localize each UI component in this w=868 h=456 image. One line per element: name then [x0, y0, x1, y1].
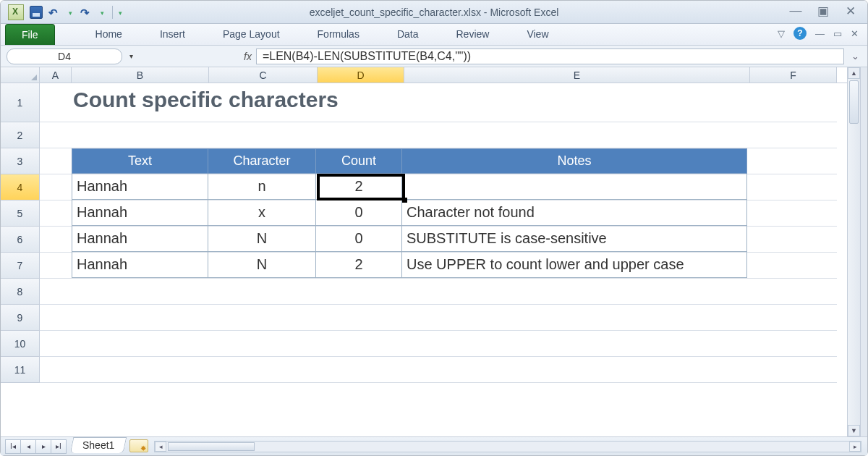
th-character[interactable]: Character [208, 149, 316, 174]
tab-data[interactable]: Data [378, 24, 438, 45]
worksheet-area: A B C D E F 1 2 3 4 5 6 7 8 9 10 [1, 67, 867, 436]
row-header-1[interactable]: 1 [1, 83, 40, 122]
formula-input[interactable] [256, 48, 844, 64]
table-row: Hannah n 2 [72, 174, 747, 200]
col-header-C[interactable]: C [209, 67, 318, 83]
row-header-11[interactable]: 11 [1, 357, 40, 383]
ribbon-tabs: File Home Insert Page Layout Formulas Da… [1, 24, 867, 46]
split-handle[interactable] [860, 67, 867, 436]
cell-char[interactable]: n [208, 174, 316, 200]
row-header-3[interactable]: 3 [1, 148, 40, 174]
close-icon[interactable]: ✕ [843, 4, 859, 17]
horizontal-scrollbar[interactable]: ◂ ▸ [154, 441, 861, 452]
cell-count[interactable]: 2 [316, 252, 402, 278]
grid[interactable]: A B C D E F 1 2 3 4 5 6 7 8 9 10 [1, 67, 847, 436]
window-title: exceljet_count_specific_character.xlsx -… [1, 7, 867, 18]
fx-icon[interactable]: fx [244, 51, 252, 62]
formula-bar-expand-icon[interactable]: ⌄ [848, 51, 861, 62]
scroll-right-icon[interactable]: ▸ [849, 442, 861, 452]
col-header-D[interactable]: D [318, 67, 404, 83]
workbook-restore-icon[interactable]: ▭ [833, 28, 842, 39]
cell-count[interactable]: 2 [316, 174, 402, 200]
title-bar: exceljet_count_specific_character.xlsx -… [1, 1, 867, 24]
name-box-value: D4 [58, 51, 71, 62]
cell-text[interactable]: Hannah [72, 252, 208, 278]
col-header-F[interactable]: F [750, 67, 837, 83]
status-bar: I◂ ◂ ▸ ▸I Sheet1 ◂ ▸ [1, 436, 867, 455]
vscroll-thumb[interactable] [849, 80, 859, 124]
scroll-up-icon[interactable]: ▲ [848, 67, 860, 79]
tab-page-layout[interactable]: Page Layout [204, 24, 299, 45]
workbook-close-icon[interactable]: ✕ [851, 28, 859, 39]
col-header-B[interactable]: B [72, 67, 209, 83]
tab-view[interactable]: View [508, 24, 567, 45]
th-count[interactable]: Count [316, 149, 402, 174]
window-controls: ― ▣ ✕ [788, 4, 859, 17]
undo-icon[interactable] [48, 7, 63, 18]
row-header-6[interactable]: 6 [1, 227, 40, 253]
sheet-last-icon[interactable]: ▸I [51, 439, 67, 454]
scroll-left-icon[interactable]: ◂ [155, 442, 166, 452]
table-row: Hannah N 2 Use UPPER to count lower and … [72, 252, 747, 278]
cell-notes[interactable]: Use UPPER to count lower and upper case [402, 252, 747, 278]
row-header-7[interactable]: 7 [1, 253, 40, 279]
cell-text[interactable]: Hannah [72, 226, 208, 252]
cell-notes[interactable] [402, 174, 747, 200]
cell-text[interactable]: Hannah [72, 174, 208, 200]
hscroll-thumb[interactable] [168, 442, 255, 451]
qat-customize-icon[interactable] [119, 7, 124, 18]
cell-notes[interactable]: SUBSTITUTE is case-sensitive [402, 226, 747, 252]
tab-formulas[interactable]: Formulas [299, 24, 378, 45]
excel-icon[interactable] [8, 4, 24, 20]
cell-count[interactable]: 0 [316, 226, 402, 252]
scroll-down-icon[interactable]: ▼ [848, 425, 860, 436]
tab-home[interactable]: Home [77, 24, 141, 45]
sheet-nav: I◂ ◂ ▸ ▸I [5, 439, 66, 454]
select-all-button[interactable] [1, 67, 40, 83]
save-icon[interactable] [30, 6, 43, 19]
row-header-8[interactable]: 8 [1, 279, 40, 305]
th-text[interactable]: Text [72, 149, 208, 174]
table-row: Hannah N 0 SUBSTITUTE is case-sensitive [72, 226, 747, 252]
qat-separator [112, 6, 113, 19]
redo-dropdown-icon[interactable] [101, 7, 106, 18]
tab-file[interactable]: File [5, 24, 55, 45]
cell-char[interactable]: N [208, 252, 316, 278]
cell-notes[interactable]: Character not found [402, 200, 747, 226]
help-icon[interactable]: ? [793, 27, 807, 40]
col-header-E[interactable]: E [404, 67, 750, 83]
vertical-scrollbar[interactable]: ▲ ▼ [847, 67, 860, 436]
th-notes[interactable]: Notes [402, 149, 747, 174]
redo-icon[interactable] [80, 7, 95, 18]
row-header-9[interactable]: 9 [1, 305, 40, 331]
cell-char[interactable]: N [208, 226, 316, 252]
tab-insert[interactable]: Insert [141, 24, 204, 45]
sheet-title: Count specific characters [73, 88, 339, 112]
sheet-tab-sheet1[interactable]: Sheet1 [70, 437, 127, 453]
row-header-10[interactable]: 10 [1, 331, 40, 357]
cell-count[interactable]: 0 [316, 200, 402, 226]
quick-access-toolbar [1, 4, 124, 20]
ribbon-minimize-icon[interactable]: ▽ [778, 28, 785, 39]
workbook-minimize-icon[interactable]: ― [815, 28, 825, 39]
row-header-5[interactable]: 5 [1, 200, 40, 227]
app-window: exceljet_count_specific_character.xlsx -… [0, 0, 868, 456]
table-header-row: Text Character Count Notes [72, 149, 747, 174]
undo-dropdown-icon[interactable] [69, 7, 75, 18]
cell-text[interactable]: Hannah [72, 200, 208, 226]
row-header-4[interactable]: 4 [1, 174, 40, 200]
cell-char[interactable]: x [208, 200, 316, 226]
sheet-prev-icon[interactable]: ◂ [20, 439, 36, 454]
maximize-icon[interactable]: ▣ [815, 4, 831, 17]
row-header-2[interactable]: 2 [1, 122, 40, 148]
sheet-next-icon[interactable]: ▸ [35, 439, 51, 454]
minimize-icon[interactable]: ― [788, 4, 804, 17]
name-box[interactable]: D4 [7, 48, 122, 64]
new-sheet-icon[interactable] [129, 439, 148, 452]
col-header-A[interactable]: A [40, 67, 72, 83]
column-headers: A B C D E F [1, 67, 847, 83]
tab-review[interactable]: Review [438, 24, 509, 45]
sheet-first-icon[interactable]: I◂ [5, 439, 21, 454]
formula-bar: D4 fx ⌄ [1, 46, 867, 67]
fill-handle[interactable] [402, 198, 407, 203]
